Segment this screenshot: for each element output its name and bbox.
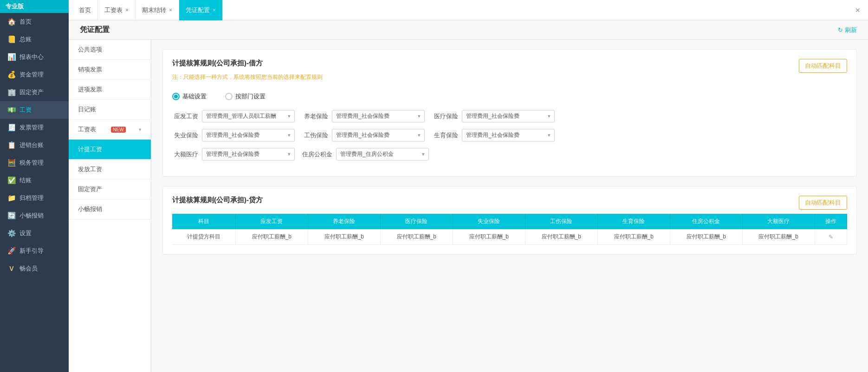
tab-payroll-table[interactable]: 工资表 × bbox=[98, 0, 136, 20]
sub-nav-item-journal[interactable]: 日记账 bbox=[69, 100, 151, 120]
select-pension-value: 管理费用_社会保险费 bbox=[336, 112, 389, 120]
sidebar-item-archive-mgmt[interactable]: 📁 归档管理 bbox=[0, 189, 69, 207]
th-housing-fund: 住房公积金 bbox=[670, 214, 742, 229]
credit-section: 计提核算规则(公司承担)-贷方 自动匹配科目 科目 应发工资 养老保险 医疗保险… bbox=[162, 186, 857, 255]
debit-section-header: 计提核算规则(公司承担)-借方 注：只能选择一种方式，系统将按照您当前的选择来配… bbox=[172, 59, 847, 89]
radio-group: 基础设置 按部门设置 bbox=[172, 92, 847, 101]
label-maternity: 生育保险 bbox=[432, 131, 458, 140]
sidebar-item-label: 结账 bbox=[19, 176, 32, 185]
sidebar-item-report-center[interactable]: 📊 报表中心 bbox=[0, 48, 69, 66]
sidebar-item-new-guide[interactable]: 🚀 新手引导 bbox=[0, 242, 69, 260]
sub-nav-label: 公共选项 bbox=[78, 45, 102, 54]
sidebar-item-settings[interactable]: ⚙️ 设置 bbox=[0, 224, 69, 242]
brand-label: 专业版 bbox=[0, 0, 69, 13]
label-housing-fund: 住房公积金 bbox=[302, 150, 332, 159]
th-action: 操作 bbox=[815, 214, 847, 229]
td-action[interactable]: ✎ bbox=[815, 229, 847, 245]
label-unemployment: 失业保险 bbox=[172, 131, 198, 140]
select-injury[interactable]: 管理费用_社会保险费 ▾ bbox=[332, 129, 425, 141]
field-housing-fund: 住房公积金 管理费用_住房公积金 ▾ bbox=[302, 148, 429, 160]
tab-period-close-close[interactable]: × bbox=[169, 7, 172, 13]
tab-voucher-config-close[interactable]: × bbox=[213, 7, 216, 13]
content-main: 计提核算规则(公司承担)-借方 注：只能选择一种方式，系统将按照您当前的选择来配… bbox=[151, 40, 868, 372]
select-maternity-value: 管理费用_社会保险费 bbox=[466, 131, 519, 139]
sidebar-item-fixed-assets[interactable]: 🏢 固定资产 bbox=[0, 83, 69, 101]
select-medical[interactable]: 管理费用_社会保险费 ▾ bbox=[462, 110, 555, 122]
sub-nav-label: 计提工资 bbox=[78, 145, 102, 154]
th-pension: 养老保险 bbox=[308, 214, 380, 229]
chevron-down-icon: ▾ bbox=[288, 132, 291, 138]
select-salary[interactable]: 管理费用_管理人员职工薪酬 ▾ bbox=[202, 110, 295, 122]
sidebar-item-payroll[interactable]: 💵 工资 bbox=[0, 101, 69, 119]
debit-form-row-2: 失业保险 管理费用_社会保险费 ▾ 工伤保险 管理费用_社会保险费 ▾ bbox=[172, 129, 847, 141]
fixed-assets-icon: 🏢 bbox=[7, 88, 16, 96]
tab-voucher-config[interactable]: 凭证配置 × bbox=[179, 0, 223, 20]
sub-nav-item-calc-payroll[interactable]: 计提工资 bbox=[69, 140, 151, 160]
sidebar-item-purchase-sales[interactable]: 📋 进销台账 bbox=[0, 136, 69, 154]
debit-section-title: 计提核算规则(公司承担)-借方 bbox=[172, 59, 323, 68]
sub-nav-label: 进项发票 bbox=[78, 85, 102, 94]
select-housing-fund-value: 管理费用_住房公积金 bbox=[340, 150, 394, 158]
tabs-bar-right: ✕ bbox=[851, 5, 864, 16]
tab-period-close[interactable]: 期末结转 × bbox=[136, 0, 179, 20]
sub-nav-item-fixed-assets-sub[interactable]: 固定资产 bbox=[69, 180, 151, 199]
page-header: 凭证配置 ↻ 刷新 bbox=[69, 20, 868, 40]
select-pension[interactable]: 管理费用_社会保险费 ▾ bbox=[332, 110, 425, 122]
sidebar-item-label: 发票管理 bbox=[19, 123, 44, 132]
select-housing-fund[interactable]: 管理费用_住房公积金 ▾ bbox=[336, 148, 429, 160]
sidebar-item-closing[interactable]: ✅ 结账 bbox=[0, 172, 69, 189]
sub-nav-item-input-invoice[interactable]: 进项发票 bbox=[69, 80, 151, 100]
select-unemployment[interactable]: 管理费用_社会保险费 ▾ bbox=[202, 129, 295, 141]
debit-auto-match-button[interactable]: 自动匹配科目 bbox=[799, 59, 847, 73]
debit-section-title-area: 计提核算规则(公司承担)-借方 注：只能选择一种方式，系统将按照您当前的选择来配… bbox=[172, 59, 323, 89]
radio-basic-label: 基础设置 bbox=[182, 92, 207, 101]
th-large-medical: 大额医疗 bbox=[742, 214, 815, 229]
purchase-sales-icon: 📋 bbox=[7, 141, 16, 149]
edit-icon[interactable]: ✎ bbox=[829, 234, 833, 240]
tab-payroll-table-close[interactable]: × bbox=[125, 7, 129, 13]
radio-dept-circle bbox=[225, 93, 233, 100]
radio-basic-circle bbox=[172, 93, 180, 100]
select-large-medical-value: 管理费用_社会保险费 bbox=[206, 150, 259, 158]
refresh-button[interactable]: ↻ 刷新 bbox=[838, 26, 857, 34]
td-pension: 应付职工薪酬_b bbox=[308, 229, 380, 245]
sub-nav-item-public-options[interactable]: 公共选项 bbox=[69, 40, 151, 60]
close-all-button[interactable]: ✕ bbox=[851, 5, 864, 16]
sidebar-item-label: 报表中心 bbox=[19, 53, 44, 61]
th-medical: 医疗保险 bbox=[380, 214, 453, 229]
sidebar-item-invoice-mgmt[interactable]: 🧾 发票管理 bbox=[0, 119, 69, 136]
sidebar-item-general-ledger[interactable]: 📒 总账 bbox=[0, 31, 69, 48]
content-area: 公共选项 销项发票 进项发票 日记账 工资表 NEW ▾ 计提工资 发放工资 bbox=[69, 40, 868, 372]
td-housing-fund: 应付职工薪酬_b bbox=[670, 229, 742, 245]
sub-nav-item-issue-payroll[interactable]: 发放工资 bbox=[69, 160, 151, 180]
credit-auto-match-button[interactable]: 自动匹配科目 bbox=[799, 196, 847, 210]
tab-voucher-config-label: 凭证配置 bbox=[186, 6, 210, 14]
sidebar-item-tax-mgmt[interactable]: 🧮 税务管理 bbox=[0, 154, 69, 172]
td-maternity: 应付职工薪酬_b bbox=[597, 229, 670, 245]
sub-nav-item-cancel-invoice[interactable]: 销项发票 bbox=[69, 60, 151, 80]
radio-basic-settings[interactable]: 基础设置 bbox=[172, 92, 207, 101]
th-maternity: 生育保险 bbox=[597, 214, 670, 229]
archive-icon: 📁 bbox=[7, 194, 16, 202]
select-injury-value: 管理费用_社会保险费 bbox=[336, 131, 389, 139]
select-maternity[interactable]: 管理费用_社会保险费 ▾ bbox=[462, 129, 555, 141]
payroll-icon: 💵 bbox=[7, 106, 16, 114]
chevron-down-icon: ▾ bbox=[548, 113, 551, 119]
select-large-medical[interactable]: 管理费用_社会保险费 ▾ bbox=[202, 148, 295, 160]
member-icon: V bbox=[7, 265, 16, 272]
debit-section-note: 注：只能选择一种方式，系统将按照您当前的选择来配置规则 bbox=[172, 73, 323, 81]
report-icon: 📊 bbox=[7, 53, 16, 61]
sidebar: 专业版 🏠 首页 📒 总账 📊 报表中心 💰 资金管理 🏢 固定资产 💵 工资 … bbox=[0, 0, 69, 372]
chevron-down-icon: ▾ bbox=[139, 127, 142, 133]
radio-dept-settings[interactable]: 按部门设置 bbox=[225, 92, 266, 101]
sidebar-item-fund-mgmt[interactable]: 💰 资金管理 bbox=[0, 66, 69, 83]
sidebar-item-home[interactable]: 🏠 首页 bbox=[0, 13, 69, 31]
sub-nav-item-payroll-table[interactable]: 工资表 NEW ▾ bbox=[69, 120, 151, 140]
sidebar-item-member[interactable]: V 畅会员 bbox=[0, 260, 69, 277]
td-injury: 应付职工薪酬_b bbox=[525, 229, 597, 245]
credit-section-title: 计提核算规则(公司承担)-贷方 bbox=[172, 196, 263, 205]
tab-home[interactable]: 首页 bbox=[72, 0, 98, 20]
sidebar-item-xiaochange-expense[interactable]: 🔄 小畅报销 bbox=[0, 207, 69, 224]
sub-nav-item-petty-expense[interactable]: 小畅报销 bbox=[69, 199, 151, 219]
guide-icon: 🚀 bbox=[7, 247, 16, 255]
